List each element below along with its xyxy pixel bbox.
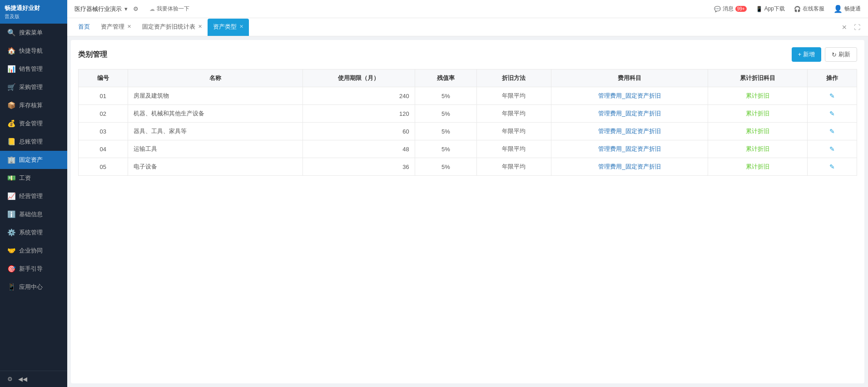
table-body: 01房屋及建筑物2405%年限平均管理费用_固定资产折旧累计折旧✎02机器、机械…	[79, 87, 857, 176]
sidebar-item-finance[interactable]: 💰资金管理	[0, 114, 67, 133]
table-cell: 器具、工具、家具等	[128, 123, 303, 140]
table-cell: 5%	[415, 87, 476, 105]
notifications-button[interactable]: 💬 消息 99+	[714, 5, 747, 13]
new-button[interactable]: + 新增	[792, 47, 821, 62]
app-logo: 畅捷通好业财 普及版	[0, 0, 67, 24]
table-cell: 05	[79, 158, 128, 176]
tab-home-label: 首页	[78, 23, 90, 31]
edit-action[interactable]: ✎	[808, 140, 857, 158]
payroll-icon: 💵	[7, 174, 15, 182]
sidebar-item-quick-nav[interactable]: 🏠快捷导航	[0, 42, 67, 60]
sidebar-item-purchase[interactable]: 🛒采购管理	[0, 78, 67, 96]
sidebar-item-label: 新手引导	[19, 265, 43, 273]
user-name: 畅捷通	[844, 5, 861, 13]
app-name: 畅捷通好业财	[5, 4, 63, 12]
sidebar-item-app-center[interactable]: 📱应用中心	[0, 278, 67, 296]
col-header: 折旧方法	[476, 69, 551, 87]
col-header: 操作	[808, 69, 857, 87]
page-title: 类别管理	[78, 50, 107, 60]
table-cell: 03	[79, 123, 128, 140]
sidebar-settings-icon[interactable]: ⚙	[7, 376, 13, 382]
tab-asset-type[interactable]: 资产类型 ✕	[208, 19, 249, 36]
col-header: 费用科目	[551, 69, 708, 87]
edit-icon[interactable]: ✎	[829, 128, 835, 135]
tab-depreciation[interactable]: 固定资产折旧统计表 ✕	[137, 19, 208, 36]
tabs-bar: 首页 资产管理 ✕ 固定资产折旧统计表 ✕ 资产类型 ✕ ✕ ⛶	[67, 18, 868, 36]
sidebar-item-guide[interactable]: 🎯新手引导	[0, 260, 67, 278]
table-cell: 120	[303, 105, 415, 123]
sidebar-item-operations[interactable]: 📈经营管理	[0, 187, 67, 205]
enterprise-icon: 🤝	[7, 247, 15, 255]
table-cell: 房屋及建筑物	[128, 87, 303, 105]
sidebar-collapse-icon[interactable]: ◀◀	[18, 376, 27, 382]
user-menu[interactable]: 👤 畅捷通	[833, 5, 861, 13]
table-cell: 04	[79, 140, 128, 158]
sidebar-item-system[interactable]: ⚙️系统管理	[0, 223, 67, 242]
tab-asset-type-close[interactable]: ✕	[239, 24, 243, 30]
sidebar-item-payroll[interactable]: 💵工资	[0, 169, 67, 187]
table-cell: 累计折旧	[708, 87, 808, 105]
col-header: 累计折旧科目	[708, 69, 808, 87]
edit-icon[interactable]: ✎	[829, 163, 835, 170]
edit-icon[interactable]: ✎	[829, 110, 835, 117]
category-table: 编号名称使用期限（月）残值率折旧方法费用科目累计折旧科目操作 01房屋及建筑物2…	[78, 69, 857, 176]
table-cell: 管理费用_固定资产折旧	[551, 158, 708, 176]
window-expand-icon[interactable]: ⛶	[852, 22, 863, 33]
ledger-icon: 📒	[7, 138, 15, 146]
sidebar-item-label: 应用中心	[19, 283, 43, 291]
company-name: 医疗器械行业演示	[74, 5, 122, 13]
page-header: 类别管理 + 新增 ↻ 刷新	[78, 47, 857, 62]
sidebar-item-inventory[interactable]: 📦库存核算	[0, 96, 67, 114]
sidebar-item-label: 采购管理	[19, 83, 43, 91]
table-cell: 管理费用_固定资产折旧	[551, 87, 708, 105]
tab-asset-mgmt[interactable]: 资产管理 ✕	[95, 19, 137, 36]
table-cell: 管理费用_固定资产折旧	[551, 140, 708, 158]
tab-asset-mgmt-label: 资产管理	[101, 23, 124, 31]
company-dropdown-icon[interactable]: ▾	[124, 5, 128, 12]
basic-info-icon: ℹ️	[7, 210, 15, 218]
edit-icon[interactable]: ✎	[829, 145, 835, 153]
table-row: 05电子设备365%年限平均管理费用_固定资产折旧累计折旧✎	[79, 158, 857, 176]
col-header: 使用期限（月）	[303, 69, 415, 87]
edit-action[interactable]: ✎	[808, 87, 857, 105]
tab-depreciation-close[interactable]: ✕	[198, 24, 202, 30]
experience-hint: ☁ 我要体验一下	[149, 5, 189, 13]
edit-action[interactable]: ✎	[808, 105, 857, 123]
sidebar-item-label: 快捷导航	[19, 47, 43, 55]
tab-home[interactable]: 首页	[73, 19, 95, 36]
customer-service-button[interactable]: 🎧 在线客服	[794, 5, 824, 13]
sidebar-item-search[interactable]: 🔍搜索菜单	[0, 24, 67, 42]
topbar-right: 💬 消息 99+ 📱 App下载 🎧 在线客服 👤 畅捷通	[714, 5, 861, 13]
notifications-badge: 99+	[735, 6, 747, 12]
table-cell: 管理费用_固定资产折旧	[551, 105, 708, 123]
table-cell: 01	[79, 87, 128, 105]
refresh-button[interactable]: ↻ 刷新	[825, 47, 857, 62]
sidebar-item-fixed-assets[interactable]: 🏢固定资产	[0, 151, 67, 169]
user-avatar-icon: 👤	[833, 5, 843, 13]
table-header-row: 编号名称使用期限（月）残值率折旧方法费用科目累计折旧科目操作	[79, 69, 857, 87]
sidebar-item-label: 总账管理	[19, 138, 43, 146]
table-cell: 机器、机械和其他生产设备	[128, 105, 303, 123]
topbar-settings-icon[interactable]: ⚙	[133, 5, 139, 12]
edit-action[interactable]: ✎	[808, 123, 857, 140]
sidebar-item-label: 库存核算	[19, 101, 43, 109]
table-row: 03器具、工具、家具等605%年限平均管理费用_固定资产折旧累计折旧✎	[79, 123, 857, 140]
edit-action[interactable]: ✎	[808, 158, 857, 176]
sidebar-item-enterprise[interactable]: 🤝企业协同	[0, 242, 67, 260]
edit-icon[interactable]: ✎	[829, 92, 835, 99]
sidebar-item-ledger[interactable]: 📒总账管理	[0, 133, 67, 151]
window-close-icon[interactable]: ✕	[839, 22, 850, 33]
tab-asset-mgmt-close[interactable]: ✕	[127, 24, 131, 30]
app-center-icon: 📱	[7, 283, 15, 291]
inventory-icon: 📦	[7, 101, 15, 109]
sidebar-item-sales[interactable]: 📊销售管理	[0, 60, 67, 78]
table-header: 编号名称使用期限（月）残值率折旧方法费用科目累计折旧科目操作	[79, 69, 857, 87]
app-download-button[interactable]: 📱 App下载	[756, 5, 785, 13]
table-cell: 年限平均	[476, 158, 551, 176]
main-area: 医疗器械行业演示 ▾ ⚙ ☁ 我要体验一下 💬 消息 99+ 📱 App下载 🎧…	[67, 0, 868, 387]
sidebar-item-basic-info[interactable]: ℹ️基础信息	[0, 205, 67, 223]
customer-service-label: 在线客服	[803, 5, 824, 13]
col-header: 编号	[79, 69, 128, 87]
app-download-label: App下载	[764, 5, 785, 13]
table-cell: 电子设备	[128, 158, 303, 176]
